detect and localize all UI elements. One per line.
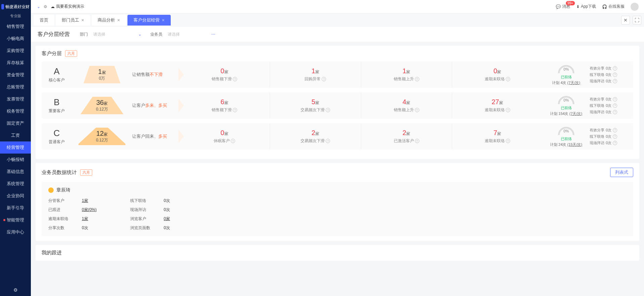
help-icon[interactable]: ? <box>613 134 617 139</box>
settings-icon[interactable]: ⚙ <box>44 4 47 9</box>
metric-cell[interactable]: 7家 逾期未联络 ? <box>452 123 543 150</box>
nav-item[interactable]: 智能管理 <box>0 214 31 226</box>
close-icon[interactable]: ✕ <box>162 18 165 23</box>
nav-item[interactable]: 固定资产 <box>0 117 31 129</box>
stat-row: 有效分享0次? <box>590 97 630 102</box>
stat-value[interactable]: 0家(0%) <box>82 207 97 213</box>
nav-label: 基础信息 <box>7 169 24 175</box>
nav-item[interactable]: 小畅电商 <box>0 33 31 45</box>
metric-cell[interactable]: 0家 销售额下滑 ? <box>179 61 270 88</box>
metric-label: 销售额下滑 ? <box>212 107 237 113</box>
stat-key: 浏览页面数 <box>130 225 154 231</box>
metric-cell[interactable]: 2家 已激活客户 ? <box>361 123 452 150</box>
nav-item[interactable]: 新手引导 <box>0 202 31 214</box>
close-icon[interactable]: ✕ <box>81 18 84 23</box>
stat-key: 分管客户 <box>48 198 72 204</box>
metric-cell[interactable]: 1家 回购异常 ? <box>270 61 361 88</box>
tab[interactable]: 客户分层经营✕ <box>127 15 171 26</box>
metric-cell[interactable]: 6家 销售额下滑 ? <box>179 92 270 119</box>
help-icon[interactable]: ? <box>506 108 510 112</box>
nav-label: 销售管理 <box>7 24 24 30</box>
settings-button[interactable]: ⚙ <box>0 284 31 296</box>
metric-label: 逾期未联络 ? <box>485 107 510 113</box>
stat-row: 逾期未联络 1家 <box>48 216 97 222</box>
metric-value: 0家 <box>221 67 228 75</box>
nav-item[interactable]: 系统管理 <box>0 178 31 190</box>
user-menu[interactable] <box>631 3 640 11</box>
tier-letter: A <box>54 66 59 77</box>
help-icon[interactable]: ? <box>233 108 237 112</box>
metric-cell[interactable]: 5家 交易频次下滑 ? <box>270 92 361 119</box>
nav-item[interactable]: 销售管理 <box>0 20 31 33</box>
nav-item[interactable]: 小畅报销 <box>0 154 31 166</box>
nav-item[interactable]: 工资 <box>0 129 31 141</box>
tab-label: 客户分层经营 <box>133 17 160 23</box>
tab[interactable]: 首页 <box>34 15 54 26</box>
list-view-button[interactable]: 列表式 <box>610 168 633 177</box>
nav-label: 税务管理 <box>7 108 24 114</box>
help-icon[interactable]: ? <box>613 141 617 145</box>
metric-cell[interactable]: 1家 销售额上升 ? <box>361 61 452 88</box>
tier-name: 普通客户 <box>49 139 65 145</box>
nav-item[interactable]: 经营管理 <box>0 141 31 154</box>
tier-count: 12家 <box>96 130 108 137</box>
help-icon[interactable]: ? <box>231 139 235 143</box>
metric-cell[interactable]: 0家 逾期未联络 ? <box>452 61 543 88</box>
help-icon[interactable]: ? <box>613 128 617 132</box>
stat-value[interactable]: 1家 <box>82 216 88 222</box>
messages-button[interactable]: 💬 消息 99+ <box>556 4 570 9</box>
metric-cell[interactable]: 27家 逾期未联络 ? <box>452 92 543 119</box>
nav-item[interactable]: 税务管理 <box>0 105 31 117</box>
close-tab-button[interactable]: ✕ <box>621 16 630 25</box>
help-icon[interactable]: ? <box>613 110 617 114</box>
cloud-icon: ☁ <box>51 4 55 9</box>
metric-cell[interactable]: 2家 交易频次下滑 ? <box>270 123 361 150</box>
help-icon[interactable]: ? <box>613 103 617 108</box>
nav-item[interactable]: 总账管理 <box>0 81 31 93</box>
help-icon[interactable]: ? <box>506 139 510 143</box>
nav-item[interactable]: 企业协同 <box>0 190 31 202</box>
dept-select[interactable]: 请选择 ⌄ <box>91 30 144 39</box>
help-icon[interactable]: ? <box>322 77 326 81</box>
help-icon[interactable]: ? <box>415 139 419 143</box>
tab[interactable]: 商品分析✕ <box>92 15 126 26</box>
tier-row: A 核心客户 1家 0万让销售额不下滑0家 销售额下滑 ?1家 回购异常 ?1家… <box>42 61 633 88</box>
help-icon[interactable]: ? <box>613 79 617 83</box>
metric-label: 逾期未联络 ? <box>485 76 510 82</box>
nav-item[interactable]: 库存核算 <box>0 57 31 69</box>
help-icon[interactable]: ? <box>506 77 510 81</box>
help-icon[interactable]: ? <box>613 66 617 71</box>
nav-item[interactable]: 发票管理 <box>0 93 31 105</box>
nav-item[interactable]: 采购管理 <box>0 45 31 57</box>
help-icon[interactable]: ? <box>415 108 419 112</box>
demo-link[interactable]: ☁ 我要看实例演示 <box>51 4 84 9</box>
expand-button[interactable]: ⛶ <box>633 16 641 25</box>
help-icon[interactable]: ? <box>326 139 330 143</box>
stat-value[interactable]: 0家 <box>164 216 170 222</box>
tab[interactable]: 部门员工✕ <box>56 15 90 26</box>
contacted-status: 已联络 <box>561 136 572 141</box>
nav-item[interactable]: 资金管理 <box>0 69 31 81</box>
gauge-icon: 0% <box>557 64 576 74</box>
notification-dot <box>3 219 5 221</box>
stat-row: 现场拜访0次? <box>590 79 630 84</box>
tier-funnel: 12家 0.12万 <box>78 126 125 146</box>
help-icon[interactable]: ? <box>613 97 617 101</box>
nav-item[interactable]: 应用中心 <box>0 226 31 238</box>
stat-value[interactable]: 1家 <box>82 198 88 204</box>
download-button[interactable]: ⬇ App下载 <box>576 4 596 9</box>
metric-cell[interactable]: 0家 休眠客户 ? <box>179 123 270 150</box>
headset-icon: 🎧 <box>602 4 607 9</box>
service-button[interactable]: 🎧 在线客服 <box>602 4 625 9</box>
close-icon[interactable]: ✕ <box>117 18 120 23</box>
help-icon[interactable]: ? <box>233 77 237 81</box>
help-icon[interactable]: ? <box>613 73 617 77</box>
nav-label: 小畅报销 <box>7 157 24 163</box>
metric-cell[interactable]: 4家 销售额上升 ? <box>361 92 452 119</box>
nav-item[interactable]: 基础信息 <box>0 166 31 178</box>
help-icon[interactable]: ? <box>326 108 330 112</box>
help-icon[interactable]: ? <box>415 77 419 81</box>
stat-row: 线下联络0次? <box>590 103 630 108</box>
sales-select[interactable]: 请选择 ⋯ <box>165 30 219 39</box>
company-selector[interactable]: ⌄ <box>35 4 40 9</box>
